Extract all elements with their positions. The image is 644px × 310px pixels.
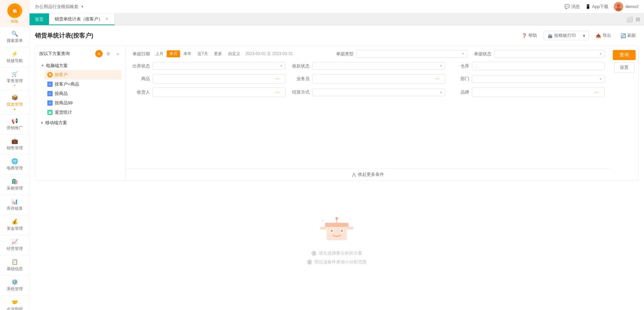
filter-main: 单据日期 上月 本月 本年 近7天 更多 自定义 <box>126 46 610 167</box>
goods-select[interactable]: ··· <box>153 74 285 84</box>
sidebar-item-search[interactable]: 🔍 搜索菜单 <box>0 27 29 47</box>
date-tab-custom[interactable]: 自定义 <box>225 50 243 57</box>
dept-caret: ▾ <box>600 77 602 81</box>
receipt-status-caret: ▾ <box>440 64 442 68</box>
scheme-refund-stat[interactable]: ▦ 退货统计 <box>45 108 121 117</box>
filter-main-wrapper: 单据日期 上月 本月 本年 近7天 更多 自定义 <box>126 46 610 180</box>
sidebar-item-inventory[interactable]: 📊 库存核算 <box>0 195 29 215</box>
page-title: 销货单统计表(按客户) <box>35 32 93 40</box>
scheme-by-goods[interactable]: ≡ 按商品 <box>45 89 121 98</box>
date-tab-more[interactable]: 更多 <box>211 50 225 57</box>
svg-point-14 <box>335 217 338 220</box>
tab-minimize-btn[interactable]: ⬜ <box>626 16 633 22</box>
scheme-by-customer-goods-label: 按客户+商品 <box>55 81 79 87</box>
help-icon: ❓ <box>522 33 527 38</box>
scheme-refund-stat-label: 退货统计 <box>55 109 72 115</box>
quick-icon: ⚡ <box>11 51 18 57</box>
refresh-btn[interactable]: 🔄 刷新 <box>618 31 639 40</box>
receiver-label: 收货人 <box>131 89 150 95</box>
export-btn[interactable]: 📤 导出 <box>593 31 614 40</box>
date-tab-last-month[interactable]: 上月 <box>153 50 166 57</box>
industry-dropdown-icon[interactable]: ▾ <box>81 4 84 9</box>
date-tab-this-month[interactable]: 本月 <box>167 50 180 57</box>
warehouse-select[interactable]: ... <box>472 62 605 70</box>
settings-btn[interactable]: 设置 <box>614 62 634 73</box>
sidebar-item-ecommerce[interactable]: 🌐 电商管理 <box>0 155 29 175</box>
system-icon: ⚙️ <box>11 279 18 285</box>
sidebar-item-enterprise[interactable]: 🤝 企业协同 <box>0 296 29 310</box>
salesman-label: 业务员 <box>291 76 310 82</box>
receiver-filter-item: 收货人 ··· <box>131 88 285 97</box>
hint-num-1: 1 <box>311 251 317 256</box>
bill-status-select[interactable]: ▾ <box>494 50 605 58</box>
settings-scheme-btn[interactable]: ⚙ <box>105 50 112 57</box>
sidebar-item-finance[interactable]: 💰 资金管理 <box>0 215 29 235</box>
sidebar-item-retail[interactable]: 🛒 零售管理 ▼ <box>0 67 29 91</box>
sidebar-item-marketing[interactable]: 📢 营销推广 <box>0 114 29 135</box>
query-btn[interactable]: 查询 <box>613 50 636 60</box>
tab-maximize-btn[interactable]: ⊞ <box>636 16 640 22</box>
dept-select[interactable]: ▾ <box>472 75 605 83</box>
sidebar: 畅 标版 🔍 搜索菜单 ⚡ 快捷导航 🛒 零售管理 ▼ 📦 批发管理 ▲ 📢 营… <box>0 0 30 310</box>
filter-row-1: 单据日期 上月 本月 本年 近7天 更多 自定义 <box>131 50 605 58</box>
sidebar-logo[interactable]: 畅 标版 <box>0 0 29 27</box>
collapse-bar[interactable]: ⋀ 收起更多条件 <box>126 168 610 180</box>
out-status-select[interactable]: ▾ <box>153 62 285 70</box>
mobile-group-header[interactable]: 移动端方案 <box>39 118 121 127</box>
scheme-by-goods-99[interactable]: ≡ 按商品99 <box>45 98 121 108</box>
messages-icon: 💬 <box>565 4 570 9</box>
filter-row-3: 商品 ··· 业务员 ··· <box>131 74 605 84</box>
salesman-more-btn[interactable]: ··· <box>432 76 442 82</box>
receipt-status-filter-item: 收款状态 ▾ <box>291 62 445 70</box>
main-area: 办公用品行业模拟账套 ▾ 💬 消息 📱 App下载 demo2 首页 <box>30 0 644 310</box>
scheme-by-customer[interactable]: 客 按客户 <box>45 70 121 80</box>
print-btn[interactable]: 🖨️ 按模板打印 <box>544 31 579 40</box>
settlement-select[interactable]: ▾ <box>312 89 445 96</box>
desktop-group-header[interactable]: 电脑端方案 <box>39 61 121 70</box>
operations-icon: 📈 <box>11 239 18 245</box>
receipt-status-select[interactable]: ▾ <box>312 62 445 70</box>
scheme-by-customer-goods[interactable]: ≡ 按客户+商品 <box>45 80 121 89</box>
sidebar-item-quick[interactable]: ⚡ 快捷导航 <box>0 47 29 67</box>
brand-select[interactable]: ··· <box>472 88 605 97</box>
bill-type-select[interactable]: ▾ <box>356 50 467 58</box>
sidebar-item-sales[interactable]: 💼 销售管理 <box>0 135 29 155</box>
brand-more-btn[interactable]: ··· <box>592 89 602 95</box>
sidebar-item-wholesale[interactable]: 📦 批发管理 ▲ <box>0 91 29 114</box>
retail-icon: 🛒 <box>11 71 18 77</box>
date-tab-7days[interactable]: 近7天 <box>195 50 211 57</box>
sidebar-item-basic[interactable]: 📋 基础信息 <box>0 255 29 275</box>
svg-point-4 <box>616 8 621 11</box>
scheme-by-goods-99-label: 按商品99 <box>55 100 72 106</box>
messages-label: 消息 <box>571 4 580 10</box>
salesman-select[interactable]: ··· <box>312 74 445 84</box>
app-download-btn[interactable]: 📱 App下载 <box>585 4 608 10</box>
sidebar-item-system[interactable]: ⚙️ 系统管理 <box>0 275 29 296</box>
date-tab-this-year[interactable]: 本年 <box>181 50 194 57</box>
receiver-select[interactable]: ··· <box>153 88 285 97</box>
messages-btn[interactable]: 💬 消息 <box>565 4 580 10</box>
sidebar-item-purchase[interactable]: 🛍️ 采购管理 <box>0 175 29 195</box>
date-label: 单据日期 <box>131 51 150 57</box>
print-icon: 🖨️ <box>547 33 553 38</box>
sidebar-item-operations[interactable]: 📈 经营管理 <box>0 235 29 255</box>
tab-sales-stat[interactable]: 销货单统计表（按客户） ✕ <box>49 13 115 25</box>
help-btn[interactable]: ❓ 帮助 <box>519 31 540 40</box>
user-menu-btn[interactable]: demo2 <box>614 2 639 11</box>
goods-more-btn[interactable]: ··· <box>273 76 282 82</box>
svg-rect-5 <box>327 225 347 240</box>
bill-type-caret: ▾ <box>462 52 464 56</box>
collapse-scheme-btn[interactable]: « <box>114 50 121 57</box>
empty-hint-1-text: 请先选择要分析的方案 <box>319 250 362 256</box>
empty-hint-1: 1 请先选择要分析的方案 <box>311 250 362 256</box>
tab-close-btn[interactable]: ✕ <box>105 17 109 21</box>
print-btn-split: 🖨️ 按模板打印 ▾ <box>544 31 589 40</box>
goods-label: 商品 <box>131 76 150 82</box>
svg-text:✦: ✦ <box>322 219 324 222</box>
sidebar-item-label: 企业协同 <box>7 306 23 310</box>
receiver-more-btn[interactable]: ··· <box>273 89 282 95</box>
tab-home[interactable]: 首页 <box>30 13 49 25</box>
scheme-by-customer-icon: 客 <box>47 72 53 78</box>
print-dropdown-btn[interactable]: ▾ <box>580 32 589 40</box>
add-scheme-btn[interactable]: + <box>95 50 103 57</box>
